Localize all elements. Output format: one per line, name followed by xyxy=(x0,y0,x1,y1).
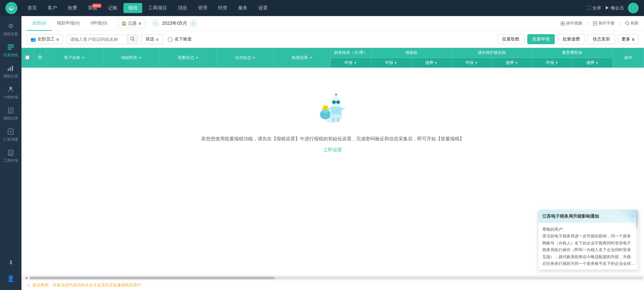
date-prev-btn[interactable]: ‹ xyxy=(152,20,159,27)
svg-marker-21 xyxy=(562,22,564,24)
th-edu-pay: 缴费▼ xyxy=(572,58,612,68)
sidebar-item-annual-report[interactable]: 工商年报 xyxy=(1,145,21,166)
sidebar-item-tax-records[interactable]: 报税记录 xyxy=(1,103,21,124)
sidebar-item-annual-settlement[interactable]: 汇算清缴 xyxy=(1,124,21,145)
top-nav: 首页 客户 收费 票据 NEW 记账 报税 工商项目 消息 管理 经营 服务 设… xyxy=(0,0,644,16)
fullscreen-btn[interactable]: ⛶ 全屏 xyxy=(587,5,601,11)
tab-zero-declare[interactable]: 0申报(0) xyxy=(85,16,112,31)
svg-point-42 xyxy=(338,101,339,102)
batch-declare-button[interactable]: 批量申报 xyxy=(527,34,555,44)
sidebar-item-personal-tax[interactable]: 个税申报 xyxy=(1,82,21,103)
toolbar-right: 批量取数 批量申报 批量缴费 状态更新 更多 ∨ xyxy=(497,34,639,44)
tax-overview-icon xyxy=(7,64,15,72)
nav-tax[interactable]: 报税 xyxy=(123,3,142,13)
svg-rect-6 xyxy=(10,67,11,71)
new-badge: NEW xyxy=(92,4,101,8)
th-fin-report-declare: 申报▼ xyxy=(331,58,371,68)
nav-messages[interactable]: 消息 xyxy=(173,3,192,13)
nav-operations[interactable]: 经营 xyxy=(213,3,232,13)
date-next-btn[interactable]: › xyxy=(190,20,197,27)
date-nav: ‹ 2023年05月 › xyxy=(152,20,197,27)
setup-link[interactable]: 立即设置 xyxy=(323,147,342,153)
status-update-button[interactable]: 状态更新 xyxy=(588,34,615,44)
separator2: | xyxy=(619,21,620,26)
scroll-left-btn[interactable]: ◀ xyxy=(23,276,30,280)
notif-scrollbar[interactable] xyxy=(636,210,638,270)
tab-all[interactable]: 全部(0) xyxy=(27,16,52,31)
nav-billing[interactable]: 收费 xyxy=(63,3,82,13)
more-button[interactable]: 更多 ∨ xyxy=(618,34,639,44)
th-customer-name: 客户名称▼ xyxy=(46,48,103,68)
sidebar-item-batch-tax[interactable]: 批量报税 xyxy=(1,40,21,61)
empty-state: 若您想使用批量报税功能，请先在【报税设置】中进行报税的初始化设置，完成密码验证和… xyxy=(21,68,644,173)
th-education-surcharge: 教育费附加 xyxy=(532,48,612,58)
employee-selector[interactable]: 👥 全部员工 ∨ xyxy=(27,34,63,44)
svg-rect-16 xyxy=(8,150,13,155)
svg-rect-9 xyxy=(8,108,13,113)
nav-customer[interactable]: 客户 xyxy=(43,3,62,13)
refresh-icon xyxy=(625,21,630,26)
svg-rect-2 xyxy=(8,45,14,46)
region-icon: 🏠 xyxy=(121,21,127,26)
nav-business[interactable]: 工商项目 xyxy=(144,3,172,13)
batch-fetch-button[interactable]: 批量取数 xyxy=(497,34,525,44)
empty-main-text: 若您想使用批量报税功能，请先在【报税设置】中进行报税的初始化设置，完成密码验证和… xyxy=(201,135,464,143)
svg-point-1 xyxy=(10,6,13,9)
empty-robot-illustration xyxy=(313,88,353,128)
app-logo[interactable] xyxy=(5,2,17,14)
filter-button[interactable]: 筛选 ∨ xyxy=(141,34,163,44)
svg-rect-4 xyxy=(8,49,12,50)
op-manual-btn[interactable]: 操作手册 xyxy=(593,20,614,26)
toolbar: 👥 全部员工 ∨ 筛选 ∨ 名下账套 xyxy=(21,31,644,48)
tab-tax-declare[interactable]: 税款申报(0) xyxy=(52,16,85,31)
scroll-track[interactable] xyxy=(30,277,643,279)
svg-rect-5 xyxy=(8,68,9,71)
svg-point-33 xyxy=(323,105,327,107)
svg-point-41 xyxy=(334,101,335,102)
employee-selector-label: 全部员工 xyxy=(37,36,55,42)
select-all-checkbox[interactable] xyxy=(25,55,30,60)
annual-report-icon xyxy=(7,149,15,157)
sidebar-download[interactable]: ⬇ xyxy=(1,255,21,270)
op-video-btn[interactable]: 操作视频 xyxy=(560,20,582,26)
horizontal-scrollbar[interactable]: ◀ xyxy=(21,275,644,280)
name-check-input[interactable] xyxy=(168,37,172,42)
region-selector[interactable]: 🏠 江苏 ∨ xyxy=(118,19,145,28)
nav-settings[interactable]: 设置 xyxy=(254,3,272,13)
svg-point-25 xyxy=(131,37,134,40)
manual-icon xyxy=(593,21,597,26)
nav-service[interactable]: 服务 xyxy=(233,3,252,13)
search-input[interactable] xyxy=(67,35,127,44)
svg-line-26 xyxy=(133,40,135,41)
sidebar-item-tax-settings[interactable]: ⚙ 报税设置 xyxy=(1,19,21,40)
th-city-construction: 城市维护建设税 xyxy=(451,48,532,58)
search-button[interactable] xyxy=(127,35,138,44)
nav-accounting[interactable]: 记账 xyxy=(103,3,122,13)
sidebar-item-tax-overview[interactable]: 报税总览 xyxy=(1,61,21,82)
user-avatar[interactable] xyxy=(628,3,639,13)
user-icon: 👤 xyxy=(7,275,15,283)
th-edu-declare: 申报▼ xyxy=(532,58,572,68)
th-city-pay: 缴费▼ xyxy=(492,58,532,68)
gear-icon[interactable] xyxy=(37,55,43,60)
nav-management[interactable]: 管理 xyxy=(193,3,212,13)
svg-point-27 xyxy=(39,56,41,58)
svg-rect-47 xyxy=(332,118,335,122)
refresh-btn[interactable]: 刷新 xyxy=(625,20,639,26)
svg-rect-3 xyxy=(8,47,14,48)
region-chevron-icon: ∨ xyxy=(138,21,142,26)
name-check-label[interactable]: 名下账套 xyxy=(168,36,192,42)
notification-text: 尊敬的用户: 受当前电子税务局进一步升级的影响，同一个政务网账号（办税人）名下的… xyxy=(542,226,634,267)
batch-tax-icon xyxy=(7,43,15,51)
nav-home[interactable]: 首页 xyxy=(23,3,42,13)
sidebar-user[interactable]: 👤 xyxy=(1,271,21,286)
search-box xyxy=(66,34,138,44)
nav-invoice[interactable]: 票据 NEW xyxy=(83,3,102,13)
batch-pay-button[interactable]: 批量缴费 xyxy=(557,34,585,44)
tab-bar: 全部(0) 税款申报(0) 0申报(0) 🏠 江苏 ∨ ‹ 2023年05月 › xyxy=(21,16,644,31)
svg-rect-35 xyxy=(331,107,341,115)
vip-btn[interactable]: ▶ 畅会员 xyxy=(605,5,624,11)
svg-rect-48 xyxy=(337,118,339,122)
bottom-status-text: 验证账密、采集信息均成功的企业才会流转至批量报税页面中 xyxy=(33,282,141,288)
data-table: 客户名称▼ 纳税性质▼ 取数状态▼ 比对状态▼ 检查结果▼ xyxy=(21,48,644,173)
